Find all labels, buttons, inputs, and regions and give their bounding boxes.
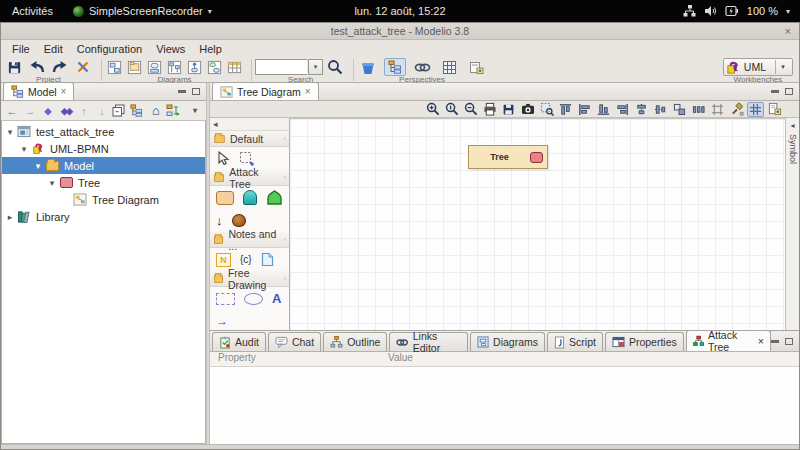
zoom-selection-button[interactable]	[538, 102, 555, 117]
tab-links-editor[interactable]: Links Editor	[389, 332, 468, 351]
tree-row-model[interactable]: ▾ Model	[2, 157, 205, 174]
expander-icon[interactable]: ▾	[18, 144, 30, 154]
move-down-button[interactable]: ↓	[94, 105, 110, 117]
configure-perspective-button[interactable]	[465, 58, 487, 76]
move-up-button[interactable]: ↑	[76, 105, 92, 117]
matrix-view-button[interactable]	[438, 58, 460, 76]
close-icon[interactable]: ×	[305, 86, 311, 97]
search-button[interactable]	[324, 58, 346, 76]
model-container-button[interactable]	[357, 58, 379, 76]
line-tool[interactable]: →	[216, 314, 228, 328]
print-button[interactable]	[481, 102, 498, 117]
same-size-button[interactable]	[671, 102, 688, 117]
window-close-button[interactable]: ×	[777, 25, 799, 37]
flat-view-button[interactable]	[112, 104, 128, 117]
tree-view-button[interactable]	[130, 104, 146, 117]
navigate-back-button[interactable]: ←	[4, 105, 20, 117]
close-icon[interactable]: ×	[758, 335, 764, 347]
or-gate-tool[interactable]	[266, 190, 283, 205]
usecase-diagram-button[interactable]	[145, 58, 164, 76]
search-history-dropdown[interactable]: ▾	[308, 59, 323, 75]
align-top-button[interactable]	[557, 102, 574, 117]
tab-attack-tree[interactable]: Attack Tree ×	[686, 330, 771, 351]
class-diagram-button[interactable]	[105, 58, 124, 76]
tree-row-project[interactable]: ▾ test_attack_tree	[2, 123, 205, 140]
zoom-100-button[interactable]	[443, 102, 460, 117]
maximize-button[interactable]	[192, 88, 200, 95]
center-horizontally-button[interactable]	[652, 102, 669, 117]
align-right-button[interactable]	[614, 102, 631, 117]
links-button[interactable]	[411, 58, 433, 76]
tab-audit[interactable]: Audit	[212, 332, 266, 351]
zoom-in-button[interactable]	[424, 102, 441, 117]
note-tool[interactable]: N	[216, 253, 231, 267]
symbol-view-strip[interactable]: ◂ Symbol	[785, 118, 799, 330]
tab-diagrams[interactable]: Diagrams	[470, 332, 545, 351]
matrix-button[interactable]	[225, 58, 244, 76]
tab-chat[interactable]: Chat	[268, 332, 321, 351]
state-diagram-button[interactable]	[205, 58, 224, 76]
save-button[interactable]	[3, 58, 25, 76]
diagram-canvas[interactable]: Tree	[290, 118, 785, 330]
tab-model[interactable]: Model ×	[3, 82, 74, 100]
palette-collapse-button[interactable]: ◂	[210, 118, 289, 131]
rectangle-tool[interactable]	[216, 293, 235, 305]
attacker-tool[interactable]	[232, 214, 246, 227]
package-diagram-button[interactable]	[125, 58, 144, 76]
menu-configuration[interactable]: Configuration	[70, 42, 149, 56]
close-icon[interactable]: ×	[61, 86, 67, 97]
tab-outline[interactable]: Outline	[323, 332, 387, 351]
maximize-button[interactable]	[785, 88, 793, 95]
pin-icon[interactable]: ◦	[283, 235, 286, 244]
menu-edit[interactable]: Edit	[37, 42, 70, 56]
zoom-out-button[interactable]	[462, 102, 479, 117]
title-bar[interactable]: test_attack_tree - Modelio 3.8 ×	[1, 23, 799, 40]
selection-tool[interactable]	[216, 151, 230, 166]
document-tool[interactable]	[261, 252, 274, 267]
constraint-tool[interactable]: {c}	[240, 254, 252, 265]
link-with-editor-button[interactable]	[166, 104, 182, 117]
expander-icon[interactable]: ▸	[4, 212, 16, 222]
column-property[interactable]: Property	[210, 352, 388, 366]
palette-group-attack-tree[interactable]: Attack Tree ◦	[210, 170, 289, 186]
selection-history-button[interactable]: ◆◆	[58, 106, 74, 116]
ellipse-tool[interactable]	[244, 293, 263, 305]
tools-button[interactable]	[72, 58, 94, 76]
symbol-tab-label[interactable]: Symbol	[788, 134, 798, 164]
page-setup-button[interactable]	[766, 102, 783, 117]
minimize-button[interactable]	[178, 90, 186, 93]
marquee-zoom-tool[interactable]	[239, 151, 255, 166]
center-vertically-button[interactable]	[633, 102, 650, 117]
restore-pane-icon[interactable]: ◂	[790, 121, 794, 130]
transfer-arrow-tool[interactable]: ↓	[216, 213, 223, 228]
system-status-area[interactable]: 100 % ▾	[683, 5, 800, 17]
activities-button[interactable]: Activités	[0, 5, 65, 17]
and-gate-tool[interactable]	[243, 190, 257, 205]
activity-diagram-button[interactable]	[185, 58, 204, 76]
attack-node-tool[interactable]	[216, 191, 234, 205]
text-tool[interactable]: A	[272, 291, 281, 306]
maximize-button[interactable]	[785, 338, 793, 345]
fit-to-content-button[interactable]	[709, 102, 726, 117]
expander-icon[interactable]: ▾	[4, 127, 16, 137]
app-menu[interactable]: SimpleScreenRecorder ▾	[65, 5, 220, 17]
expander-icon[interactable]: ▾	[46, 178, 58, 188]
menu-file[interactable]: File	[5, 42, 37, 56]
tree-row-tree[interactable]: ▾ Tree	[2, 174, 205, 191]
tab-properties[interactable]: Properties	[605, 332, 684, 351]
pin-icon[interactable]: ◦	[283, 173, 286, 182]
previous-selection-button[interactable]: ◆	[40, 106, 56, 116]
pin-icon[interactable]: ◦	[283, 274, 286, 283]
align-bottom-button[interactable]	[595, 102, 612, 117]
align-left-button[interactable]	[576, 102, 593, 117]
model-tree-button[interactable]	[384, 58, 406, 76]
sequence-diagram-button[interactable]	[165, 58, 184, 76]
tree-row-library[interactable]: ▸ Library	[2, 208, 205, 225]
minimize-button[interactable]	[771, 340, 779, 343]
palette-group-free-drawing[interactable]: Free Drawing ◦	[210, 271, 289, 287]
workbench-selector[interactable]: UML ▾	[723, 58, 793, 76]
format-painter-button[interactable]	[728, 102, 745, 117]
menu-views[interactable]: Views	[149, 42, 192, 56]
screenshot-button[interactable]	[519, 102, 536, 117]
redo-button[interactable]	[49, 58, 71, 76]
